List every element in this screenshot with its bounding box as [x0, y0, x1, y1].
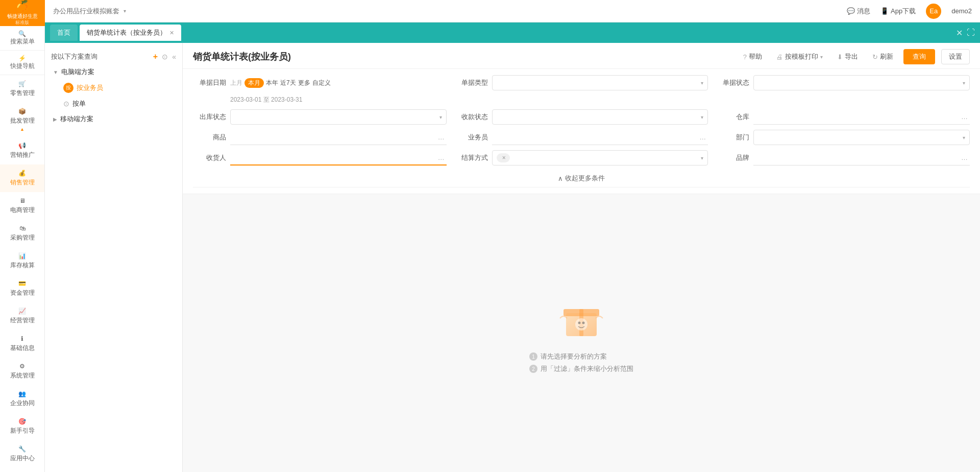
out-select[interactable]: ▾	[230, 109, 447, 125]
sidebar-item-wholesale[interactable]: 📦 批发管理 ▲	[0, 103, 44, 137]
type-select-arrow: ▾	[701, 80, 703, 86]
collapse-panel-icon[interactable]: «	[172, 53, 176, 61]
goods-dots[interactable]: …	[438, 133, 445, 141]
date-current-btn[interactable]: 本月	[244, 78, 264, 88]
tree-group-mobile-label: 移动端方案	[60, 114, 93, 124]
out-label: 出库状态	[193, 112, 226, 122]
date-more-btn[interactable]: 更多	[298, 79, 310, 87]
sidebar-item-marketing[interactable]: 📢 营销推广	[0, 137, 44, 164]
collapse-row: ∧ 收起更多条件	[193, 170, 970, 187]
shortcut-nav[interactable]: ⚡ 快捷导航	[0, 51, 44, 75]
brand-dots[interactable]: …	[961, 154, 968, 161]
goods-input[interactable]: …	[230, 130, 447, 145]
brand-input[interactable]: …	[753, 150, 970, 166]
dept-select[interactable]: ▾	[753, 130, 970, 145]
collapse-btn[interactable]: ∧ 收起更多条件	[558, 174, 605, 183]
tree-item-order-label: 按单	[72, 99, 86, 108]
date-7days-btn[interactable]: 近7天	[280, 79, 296, 87]
settings-button[interactable]: 设置	[941, 49, 970, 64]
search-icon: 🔍	[0, 30, 44, 37]
sidebar-item-newbie[interactable]: 🎯 新手引导	[0, 413, 44, 440]
sidebar-item-ecommerce[interactable]: 🖥 电商管理	[0, 192, 44, 220]
date-year-btn[interactable]: 本年	[266, 79, 278, 87]
user-name[interactable]: demo2	[951, 7, 972, 15]
date-prev-btn[interactable]: 上月	[230, 79, 242, 87]
retail-icon: 🛒	[18, 80, 26, 87]
date-range-display: 2023-03-01 至 2023-03-31	[230, 96, 970, 104]
goods-label: 商品	[193, 133, 226, 142]
bill-status-arrow: ▾	[963, 80, 965, 86]
bill-status-select[interactable]: ▾	[753, 75, 970, 90]
tree-item-by-salesman[interactable]: 按 按业务员	[45, 80, 182, 96]
settlement-tag-clear[interactable]: ×	[502, 154, 506, 161]
print-arrow: ▾	[820, 54, 823, 60]
settlement-select[interactable]: × ▾	[492, 150, 708, 166]
user-avatar[interactable]: Ea	[926, 4, 941, 19]
sidebar-item-corp[interactable]: 👥 企业协同	[0, 385, 44, 413]
page-title: 销货单统计表(按业务员)	[193, 51, 291, 63]
ecommerce-icon: 🖥	[19, 197, 26, 204]
salesman-input[interactable]: …	[492, 130, 708, 145]
filter-settlement: 结算方式 × ▾	[455, 150, 708, 166]
app-download-btn[interactable]: 📱 App下载	[880, 7, 916, 16]
sidebar-item-system[interactable]: ⚙ 系统管理	[0, 358, 44, 385]
salesman-dots[interactable]: …	[699, 133, 706, 141]
tab-expand-icon[interactable]: ⛶	[967, 28, 975, 37]
receipt-select[interactable]: ▾	[492, 109, 708, 125]
sidebar-item-retail[interactable]: 🛒 零售管理	[0, 75, 44, 103]
panel-title: 按以下方案查询	[51, 52, 97, 61]
topbar-right: 💬 消息 📱 App下载 Ea demo2	[847, 4, 972, 19]
sidebar-item-apps[interactable]: 🔧 应用中心	[0, 440, 44, 468]
message-icon: 💬	[847, 7, 855, 15]
type-select[interactable]: ▾	[492, 75, 708, 90]
sidebar-item-basic[interactable]: ℹ 基础信息	[0, 330, 44, 358]
filter-receipt-status: 收款状态 ▾	[455, 109, 708, 125]
tab-home[interactable]: 首页	[50, 25, 78, 41]
wholesale-icon: 📦	[18, 108, 26, 115]
right-panel: 销货单统计表(按业务员) ? 帮助 🖨 按模板打印 ▾ ⬇ 导出	[183, 43, 980, 472]
help-btn[interactable]: ? 帮助	[739, 50, 766, 63]
add-scheme-icon[interactable]: +	[153, 52, 158, 61]
warehouse-dots[interactable]: …	[961, 113, 968, 121]
empty-tip-2: 2 用「过滤」条件来缩小分析范围	[529, 364, 633, 373]
tab-close-icon[interactable]: ✕	[169, 30, 174, 36]
filter-dept: 部门 ▾	[716, 130, 970, 145]
date-custom-btn[interactable]: 自定义	[312, 79, 331, 87]
warehouse-input[interactable]: …	[753, 109, 970, 125]
tab-close-all-icon[interactable]: ✕	[956, 28, 963, 38]
date-label: 单据日期	[193, 78, 226, 87]
sales-icon: 💰	[18, 170, 26, 177]
corp-icon: 👥	[18, 390, 26, 397]
sidebar-item-wechat[interactable]: 💬 企业微信	[0, 468, 44, 472]
message-btn[interactable]: 💬 消息	[847, 7, 870, 16]
settings-scheme-icon[interactable]: ⊙	[162, 53, 168, 61]
sidebar-item-inventory[interactable]: 📊 库存核算	[0, 247, 44, 275]
consignee-dots[interactable]: …	[438, 154, 445, 161]
tree-item-by-order[interactable]: ⊙ 按单	[45, 96, 182, 111]
sidebar-item-purchase[interactable]: 🛍 采购管理	[0, 220, 44, 247]
settlement-label: 结算方式	[455, 153, 488, 162]
tree-group-mobile[interactable]: ▶ 移动端方案	[45, 111, 182, 127]
logo-sub: 标准版	[15, 19, 29, 26]
inventory-icon: 📊	[18, 252, 26, 259]
sidebar-item-sales[interactable]: 💰 销售管理	[0, 164, 44, 192]
refresh-btn[interactable]: ↻ 刷新	[868, 50, 897, 63]
sidebar-item-finance[interactable]: 💳 资金管理	[0, 275, 44, 302]
tab-sales-stats[interactable]: 销货单统计表（按业务员） ✕	[80, 25, 181, 41]
search-menu[interactable]: 🔍 搜索菜单	[0, 26, 44, 51]
filter-type: 单据类型 ▾	[455, 75, 708, 90]
tree-chevron-right: ▶	[53, 116, 57, 122]
tabbar: 首页 销货单统计表（按业务员） ✕ ✕ ⛶	[45, 22, 980, 43]
export-btn[interactable]: ⬇ 导出	[833, 50, 862, 63]
tree-group-desktop[interactable]: ▼ 电脑端方案	[45, 64, 182, 80]
consignee-input[interactable]: …	[230, 150, 447, 166]
page-header: 销货单统计表(按业务员) ? 帮助 🖨 按模板打印 ▾ ⬇ 导出	[183, 43, 980, 69]
breadcrumb-arrow[interactable]: ▾	[124, 8, 126, 14]
sidebar-item-operation[interactable]: 📈 经营管理	[0, 302, 44, 330]
dept-label: 部门	[716, 133, 749, 142]
template-print-btn[interactable]: 🖨 按模板打印 ▾	[772, 50, 827, 63]
salesman-label: 业务员	[455, 133, 488, 142]
query-button[interactable]: 查询	[903, 49, 935, 64]
app-logo[interactable]: 🍊 畅捷通好生意 标准版	[0, 0, 45, 26]
tabbar-actions: ✕ ⛶	[956, 28, 975, 38]
